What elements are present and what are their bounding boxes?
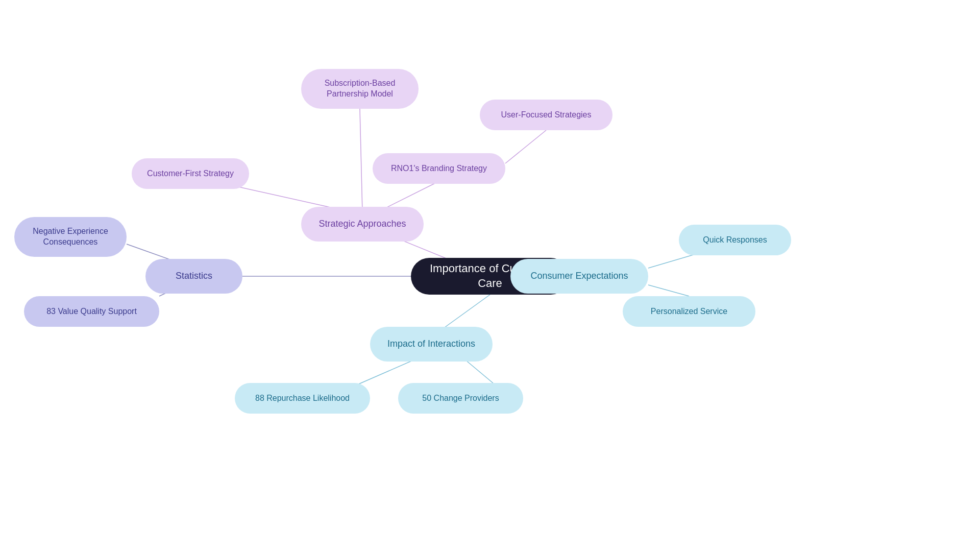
subscription-node[interactable]: Subscription-BasedPartnership Model — [301, 69, 419, 109]
value-quality-node[interactable]: 83 Value Quality Support — [24, 296, 159, 327]
rno1-label: RNO1's Branding Strategy — [381, 159, 497, 178]
value-quality-label: 83 Value Quality Support — [36, 302, 147, 321]
personalized-label: Personalized Service — [641, 302, 738, 321]
svg-line-10 — [648, 285, 689, 296]
statistics-label: Statistics — [165, 266, 223, 286]
consumer-label: Consumer Expectations — [520, 266, 638, 286]
strategic-approaches-node[interactable]: Strategic Approaches — [301, 207, 424, 242]
subscription-label: Subscription-BasedPartnership Model — [314, 74, 406, 104]
rno1-node[interactable]: RNO1's Branding Strategy — [373, 153, 505, 184]
svg-line-2 — [360, 109, 362, 212]
impact-node[interactable]: Impact of Interactions — [370, 327, 493, 362]
quick-responses-label: Quick Responses — [693, 231, 777, 250]
statistics-node[interactable]: Statistics — [145, 259, 242, 294]
repurchase-node[interactable]: 88 Repurchase Likelihood — [235, 383, 370, 414]
strategic-label: Strategic Approaches — [308, 214, 416, 234]
user-focused-label: User-Focused Strategies — [491, 106, 602, 125]
negative-node[interactable]: Negative ExperienceConsequences — [14, 217, 127, 257]
change-providers-label: 50 Change Providers — [412, 389, 509, 408]
svg-line-4 — [505, 130, 546, 163]
customer-first-node[interactable]: Customer-First Strategy — [132, 158, 249, 189]
negative-label: Negative ExperienceConsequences — [22, 222, 118, 252]
consumer-expectations-node[interactable]: Consumer Expectations — [510, 259, 648, 294]
user-focused-node[interactable]: User-Focused Strategies — [480, 100, 612, 130]
repurchase-label: 88 Repurchase Likelihood — [245, 389, 360, 408]
customer-first-label: Customer-First Strategy — [137, 164, 244, 183]
quick-responses-node[interactable]: Quick Responses — [679, 225, 791, 255]
personalized-service-node[interactable]: Personalized Service — [623, 296, 755, 327]
change-providers-node[interactable]: 50 Change Providers — [398, 383, 523, 414]
impact-label: Impact of Interactions — [377, 334, 485, 354]
